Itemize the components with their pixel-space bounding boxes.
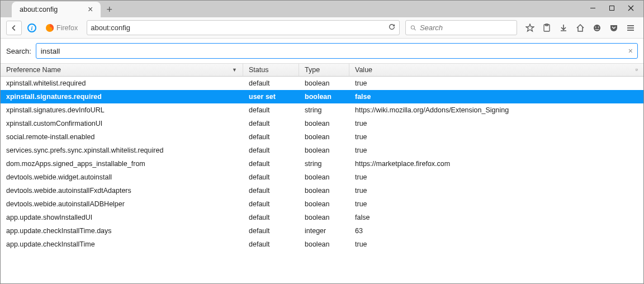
cell-status: default: [243, 214, 299, 221]
cell-status: default: [243, 240, 299, 248]
col-picker-icon[interactable]: [630, 64, 643, 76]
table-row[interactable]: services.sync.prefs.sync.xpinstall.white…: [1, 144, 643, 157]
browser-tab[interactable]: about:config ×: [12, 2, 101, 17]
clipboard-icon[interactable]: [542, 23, 552, 33]
col-status[interactable]: Status: [243, 64, 299, 76]
col-pref-name[interactable]: Preference Name ▼: [1, 64, 243, 76]
smiley-icon[interactable]: [592, 23, 602, 33]
tab-title: about:config: [20, 6, 58, 13]
cell-type: boolean: [299, 79, 349, 87]
cell-name: dom.mozApps.signed_apps_installable_from: [1, 160, 243, 168]
table-row[interactable]: app.update.checkInstallTime.daysdefaulti…: [1, 224, 643, 238]
cell-value: true: [349, 187, 643, 195]
cell-value: true: [349, 79, 643, 87]
cell-value: true: [349, 146, 643, 154]
firefox-logo-icon: [45, 23, 54, 32]
cell-type: boolean: [299, 214, 349, 221]
cell-value: true: [349, 200, 643, 208]
sort-arrow-icon: ▼: [232, 67, 237, 73]
svg-text:i: i: [31, 25, 33, 31]
table-row[interactable]: app.update.checkInstallTimedefaultboolea…: [1, 238, 643, 251]
cell-type: integer: [299, 227, 349, 235]
cell-value: true: [349, 240, 643, 248]
table-row[interactable]: app.update.showInstalledUIdefaultboolean…: [1, 211, 643, 224]
cell-type: boolean: [299, 200, 349, 208]
close-button[interactable]: [621, 2, 640, 14]
search-icon: [410, 25, 416, 31]
search-label: Search:: [6, 47, 31, 55]
firefox-brand: Firefox: [42, 23, 81, 32]
cell-type: string: [299, 106, 349, 114]
cell-value: 63: [349, 227, 643, 235]
col-type[interactable]: Type: [299, 64, 349, 76]
pocket-icon[interactable]: [609, 23, 619, 33]
table-row[interactable]: devtools.webide.autoinstallFxdtAdaptersd…: [1, 184, 643, 197]
cell-name: devtools.webide.autoinstallFxdtAdapters: [1, 187, 243, 195]
table-row[interactable]: social.remote-install.enableddefaultbool…: [1, 130, 643, 144]
table-row[interactable]: xpinstall.whitelist.requireddefaultboole…: [1, 77, 643, 90]
table-row[interactable]: xpinstall.signatures.devInfoURLdefaultst…: [1, 103, 643, 117]
tab-close-icon[interactable]: ×: [86, 5, 95, 14]
downloads-icon[interactable]: [558, 23, 569, 33]
search-bar[interactable]: [405, 20, 517, 35]
pref-search-input-wrap[interactable]: ×: [36, 43, 638, 59]
cell-value: true: [349, 133, 643, 141]
cell-type: string: [299, 160, 349, 168]
cell-type: boolean: [299, 133, 349, 141]
table-row[interactable]: xpinstall.signatures.requireduser setboo…: [1, 90, 643, 103]
cell-status: default: [243, 187, 299, 195]
nav-toolbar: i Firefox about:config: [1, 17, 643, 39]
cell-type: boolean: [299, 146, 349, 154]
cell-status: default: [243, 133, 299, 141]
svg-point-13: [598, 26, 599, 27]
cell-type: boolean: [299, 120, 349, 127]
svg-point-11: [594, 25, 600, 31]
cell-type: boolean: [299, 173, 349, 181]
cell-type: boolean: [299, 240, 349, 248]
identity-icon[interactable]: i: [24, 21, 40, 35]
cell-value: false: [349, 93, 643, 101]
svg-point-7: [411, 25, 414, 29]
window-controls: [583, 2, 640, 14]
cell-name: xpinstall.signatures.devInfoURL: [1, 106, 243, 114]
table-row[interactable]: devtools.webide.autoinstallADBHelperdefa…: [1, 197, 643, 211]
new-tab-button[interactable]: +: [101, 2, 118, 17]
maximize-button[interactable]: [602, 2, 621, 14]
searchbar-input[interactable]: [420, 23, 512, 32]
minimize-button[interactable]: [583, 2, 602, 14]
svg-line-8: [414, 29, 416, 30]
cell-name: xpinstall.signatures.required: [1, 93, 243, 101]
cell-name: xpinstall.whitelist.required: [1, 79, 243, 87]
cell-name: app.update.checkInstallTime: [1, 240, 243, 248]
pref-search-row: Search: ×: [1, 39, 643, 63]
cell-name: app.update.showInstalledUI: [1, 214, 243, 221]
cell-status: default: [243, 146, 299, 154]
cell-value: false: [349, 214, 643, 221]
cell-status: default: [243, 120, 299, 127]
cell-status: default: [243, 79, 299, 87]
bookmark-star-icon[interactable]: [525, 23, 535, 33]
clear-search-icon[interactable]: ×: [628, 46, 633, 55]
table-row[interactable]: xpinstall.customConfirmationUIdefaultboo…: [1, 117, 643, 130]
back-button[interactable]: [6, 21, 22, 35]
url-bar[interactable]: about:config: [87, 20, 400, 35]
table-row[interactable]: devtools.webide.widget.autoinstalldefaul…: [1, 171, 643, 184]
cell-value: https://marketplace.firefox.com: [349, 160, 643, 168]
titlebar: about:config × +: [1, 1, 643, 17]
cell-type: boolean: [299, 93, 349, 101]
table-row[interactable]: dom.mozApps.signed_apps_installable_from…: [1, 157, 643, 171]
reload-icon[interactable]: [388, 23, 396, 32]
svg-rect-1: [609, 6, 614, 10]
brand-label: Firefox: [56, 24, 78, 32]
cell-status: default: [243, 160, 299, 168]
cell-name: devtools.webide.widget.autoinstall: [1, 173, 243, 181]
cell-status: default: [243, 227, 299, 235]
menu-icon[interactable]: [626, 23, 636, 33]
cell-value: https://wiki.mozilla.org/Addons/Extensio…: [349, 106, 643, 114]
pref-search-input[interactable]: [41, 47, 628, 55]
url-text: about:config: [91, 23, 388, 32]
col-value[interactable]: Value: [349, 64, 630, 76]
table-header: Preference Name ▼ Status Type Value: [1, 63, 643, 77]
pref-table: Preference Name ▼ Status Type Value xpin…: [1, 63, 643, 283]
home-icon[interactable]: [575, 23, 585, 33]
